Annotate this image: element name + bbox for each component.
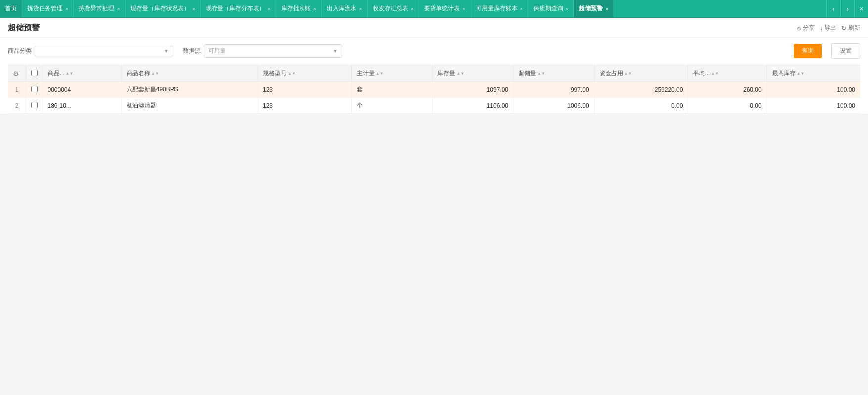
header-actions: ⎋ 分享 ↓ 导出 ↻ 刷新: [797, 24, 860, 32]
row-checkbox-cell-1: [26, 98, 43, 114]
nav-arrow-close[interactable]: ×: [854, 0, 868, 18]
col-code-header[interactable]: 商品... ▲▼: [43, 65, 121, 82]
col-code-sort[interactable]: 商品... ▲▼: [48, 69, 74, 78]
datasource-select[interactable]: 可用量 ▼: [204, 44, 342, 58]
sort-icon-overstock: ▲▼: [537, 72, 545, 76]
datasource-label: 数据源: [183, 47, 201, 55]
top-nav: 首页 拣货任务管理 × 拣货异常处理 × 现存量（库存状况表） × 现存量（库存…: [0, 0, 868, 18]
row-overstock-0: 997.00: [514, 82, 595, 98]
category-select[interactable]: ▼: [35, 46, 173, 56]
export-icon: ↓: [820, 25, 823, 32]
nav-avail-account[interactable]: 可用量库存账本 ×: [471, 0, 528, 17]
settings-button[interactable]: 设置: [831, 43, 860, 59]
page-header: 超储预警 ⎋ 分享 ↓ 导出 ↻ 刷新: [0, 18, 868, 38]
table-header-row: ⚙ 商品... ▲▼ 商品名称 ▲▼: [8, 65, 860, 82]
col-avg-header[interactable]: 平均... ▲▼: [688, 65, 767, 82]
row-name-0: 六配套新昌490BPG: [121, 82, 258, 98]
table-row: 1 0000004 六配套新昌490BPG 123 套 1097.00 997.…: [8, 82, 860, 98]
row-checkbox-0[interactable]: [31, 86, 38, 92]
col-unit-sort[interactable]: 主计量 ▲▼: [357, 69, 384, 78]
export-button[interactable]: ↓ 导出: [820, 24, 836, 32]
col-name-sort[interactable]: 商品名称 ▲▼: [127, 69, 159, 78]
row-spec-0: 123: [258, 82, 352, 98]
nav-arrow-right[interactable]: ›: [840, 0, 854, 18]
row-overstock-1: 1006.00: [514, 98, 595, 114]
page-content: 超储预警 ⎋ 分享 ↓ 导出 ↻ 刷新 商品分类 ▼ 数据源: [0, 18, 868, 114]
col-avg-sort[interactable]: 平均... ▲▼: [693, 69, 719, 78]
nav-quality-query[interactable]: 保质期查询 ×: [528, 0, 574, 17]
nav-collect-summary[interactable]: 收发存汇总表 ×: [368, 0, 419, 17]
select-all-checkbox[interactable]: [31, 70, 38, 76]
col-capital-header[interactable]: 资金占用 ▲▼: [594, 65, 688, 82]
nav-inout-flow[interactable]: 出入库流水 ×: [322, 0, 367, 17]
nav-inventory-dist[interactable]: 现存量（库存分布表） ×: [201, 0, 276, 17]
nav-close-abnormal-process[interactable]: ×: [117, 6, 120, 12]
nav-close-overstock-warning[interactable]: ×: [605, 6, 608, 12]
row-code-0: 0000004: [43, 82, 121, 98]
sort-icon-unit: ▲▼: [376, 72, 384, 76]
col-settings-header: ⚙: [8, 65, 26, 82]
nav-close-collect-summary[interactable]: ×: [411, 6, 414, 12]
nav-order-stats[interactable]: 要货单统计表 ×: [419, 0, 471, 17]
col-overstock-header[interactable]: 超储量 ▲▼: [514, 65, 595, 82]
nav-batch-account[interactable]: 库存批次账 ×: [276, 0, 322, 17]
nav-overstock-warning[interactable]: 超储预警 ×: [574, 0, 613, 17]
row-avg-1: 0.00: [688, 98, 767, 114]
row-num-0: 1: [8, 82, 26, 98]
row-name-1: 机油滤清器: [121, 98, 258, 114]
sort-icon-capital: ▲▼: [624, 72, 632, 76]
nav-arrow-left[interactable]: ‹: [826, 0, 840, 18]
nav-home[interactable]: 首页: [0, 0, 22, 17]
page-title: 超储预警: [8, 23, 40, 33]
row-checkbox-cell-0: [26, 82, 43, 98]
sort-icon-code: ▲▼: [66, 72, 74, 76]
nav-close-order-stats[interactable]: ×: [462, 6, 465, 12]
chevron-down-icon-2: ▼: [333, 48, 338, 54]
sort-icon-avg: ▲▼: [711, 72, 719, 76]
nav-close-inventory-dist[interactable]: ×: [267, 6, 270, 12]
col-max-stock-header[interactable]: 最高库存 ▲▼: [767, 65, 860, 82]
datasource-value: 可用量: [208, 47, 226, 55]
sort-icon-spec: ▲▼: [288, 72, 296, 76]
sort-icon-max-stock: ▲▼: [797, 72, 805, 76]
nav-close-task-mgmt[interactable]: ×: [65, 6, 68, 12]
col-spec-header[interactable]: 规格型号 ▲▼: [258, 65, 352, 82]
row-stock-1: 1106.00: [433, 98, 514, 114]
col-spec-sort[interactable]: 规格型号 ▲▼: [263, 69, 296, 78]
chevron-down-icon: ▼: [164, 48, 169, 54]
row-spec-1: 123: [258, 98, 352, 114]
nav-task-mgmt[interactable]: 拣货任务管理 ×: [22, 0, 74, 17]
nav-close-quality-query[interactable]: ×: [565, 6, 568, 12]
nav-inventory-status[interactable]: 现存量（库存状况表） ×: [126, 0, 201, 17]
row-capital-1: 0.00: [594, 98, 688, 114]
col-stock-header[interactable]: 库存量 ▲▼: [433, 65, 514, 82]
settings-icon[interactable]: ⚙: [13, 70, 19, 78]
refresh-button[interactable]: ↻ 刷新: [841, 24, 860, 32]
col-stock-sort[interactable]: 库存量 ▲▼: [437, 69, 464, 78]
row-code-1: 186-10...: [43, 98, 121, 114]
col-overstock-sort[interactable]: 超储量 ▲▼: [519, 69, 545, 78]
filter-area: 商品分类 ▼ 数据源 可用量 ▼ 查询 设置: [0, 38, 868, 65]
nav-close-inout-flow[interactable]: ×: [359, 6, 362, 12]
nav-close-inventory-status[interactable]: ×: [192, 6, 195, 12]
nav-arrows: ‹ › ×: [826, 0, 868, 18]
nav-abnormal-process[interactable]: 拣货异常处理 ×: [74, 0, 125, 17]
nav-close-batch-account[interactable]: ×: [313, 6, 316, 12]
table-container: ⚙ 商品... ▲▼ 商品名称 ▲▼: [0, 65, 868, 114]
refresh-icon: ↻: [841, 25, 846, 32]
share-button[interactable]: ⎋ 分享: [797, 24, 815, 32]
col-name-header[interactable]: 商品名称 ▲▼: [121, 65, 258, 82]
row-avg-0: 260.00: [688, 82, 767, 98]
sort-icon-stock: ▲▼: [456, 72, 464, 76]
row-num-1: 2: [8, 98, 26, 114]
data-table: ⚙ 商品... ▲▼ 商品名称 ▲▼: [8, 65, 860, 114]
col-unit-header[interactable]: 主计量 ▲▼: [351, 65, 433, 82]
query-button[interactable]: 查询: [794, 44, 822, 58]
row-checkbox-1[interactable]: [31, 102, 38, 108]
nav-close-avail-account[interactable]: ×: [520, 6, 523, 12]
col-capital-sort[interactable]: 资金占用 ▲▼: [600, 69, 632, 78]
col-max-stock-sort[interactable]: 最高库存 ▲▼: [772, 69, 805, 78]
col-checkbox-header: [26, 65, 43, 82]
row-max-stock-0: 100.00: [767, 82, 860, 98]
row-max-stock-1: 100.00: [767, 98, 860, 114]
